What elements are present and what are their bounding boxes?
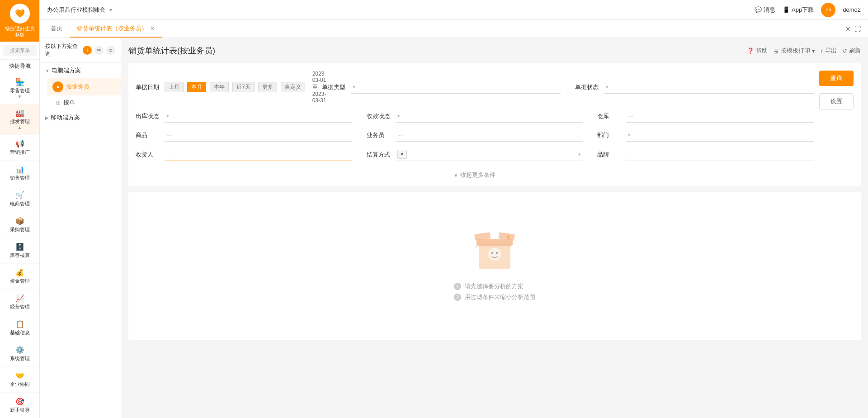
sidebar-item-label: 企业协同	[10, 381, 30, 388]
sidebar-item-label: 采购管理	[10, 226, 30, 233]
settlement-tag-close[interactable]: ×	[401, 151, 404, 157]
add-scheme-btn[interactable]: +	[83, 46, 92, 55]
print-dropdown-icon: ▾	[812, 48, 815, 54]
last-month-btn[interactable]: 上月	[165, 82, 184, 92]
date-label: 单据日期	[136, 83, 161, 91]
tree-item-mobile[interactable]: ▶ 移动端方案	[40, 110, 121, 125]
sidebar-item-retail[interactable]: 🏪 零售管理 ▼	[0, 73, 39, 104]
edit-scheme-btn[interactable]: ✏	[94, 46, 104, 55]
tree-child-by-order[interactable]: ⊞ 按单	[47, 95, 121, 110]
sidebar-item-label: 资金管理	[10, 278, 30, 285]
enterprise-icon: 🤝	[15, 371, 24, 380]
svg-point-6	[488, 248, 501, 261]
sidebar-item-ecommerce[interactable]: 🛒 电商管理	[0, 186, 39, 212]
tab-sales-stat[interactable]: 销货单统计表（按业务员） ✕	[70, 20, 162, 38]
goods-input[interactable]: ···	[165, 129, 352, 142]
doc-type-label: 单据类型	[322, 83, 347, 91]
settlement-tag: ×	[397, 150, 407, 159]
filter-warehouse: 仓库 ···	[597, 110, 814, 123]
tree-item-pc[interactable]: ▼ 电脑端方案	[40, 63, 121, 78]
tab-close-all-btn[interactable]: ✕	[845, 25, 851, 33]
sidebar-item-label: 基础信息	[10, 329, 30, 336]
doc-status-input[interactable]: ▾	[604, 81, 814, 94]
last7-btn[interactable]: 近7天	[232, 82, 255, 92]
app-logo[interactable]: 🧡 畅捷通好生意 标版	[0, 0, 39, 42]
tab-expand-btn[interactable]: ⛶	[854, 25, 861, 33]
help-btn[interactable]: ❓ 帮助	[747, 47, 768, 55]
brand-input[interactable]: ···	[626, 148, 814, 161]
operations-icon: 📈	[15, 294, 24, 303]
doc-type-input[interactable]: ▾	[351, 81, 561, 94]
by-order-scheme-icon: ⊞	[56, 100, 61, 106]
export-label: 导出	[825, 47, 837, 55]
quick-nav-label: 快捷导航	[9, 62, 31, 70]
custom-date-btn[interactable]: 自定义	[281, 82, 305, 92]
sidebar-item-inventory[interactable]: 🗄️ 库存核算	[0, 238, 39, 264]
filter-row-2: 出库状态 ▾ 收款状态 ▾	[136, 110, 814, 123]
sidebar-item-label: 经营管理	[10, 304, 30, 310]
app-name: 畅捷通好生意	[5, 25, 35, 32]
warehouse-label: 仓库	[597, 112, 623, 120]
sidebar-item-enterprise[interactable]: 🤝 企业协同	[0, 367, 39, 393]
refresh-btn[interactable]: ↺ 刷新	[842, 47, 861, 55]
sidebar-item-label: 系统管理	[10, 355, 30, 362]
print-btn[interactable]: 🖨 按模板打印 ▾	[773, 47, 815, 55]
message-label: 消息	[764, 6, 775, 14]
search-menu-btn[interactable]: 搜索菜单	[3, 45, 37, 56]
settings-btn[interactable]: 设置	[819, 93, 854, 109]
sidebar-item-finance[interactable]: 💰 资金管理	[0, 264, 39, 290]
this-month-btn[interactable]: 本月	[187, 82, 206, 92]
topbar: 办公用品行业模拟账套 ▾ 💬 消息 📱 App下载 Ea demo2	[40, 0, 868, 20]
sidebar-item-purchase[interactable]: 📦 采购管理	[0, 212, 39, 238]
collapse-panel-btn[interactable]: «	[106, 46, 115, 55]
settlement-label: 结算方式	[367, 151, 392, 159]
app-subtitle: 标版	[15, 32, 24, 38]
topbar-left: 办公用品行业模拟账套 ▾	[47, 6, 112, 14]
receive-status-input[interactable]: ▾	[396, 110, 583, 123]
collapse-btn[interactable]: ∧ 收起更多条件	[139, 171, 810, 179]
sidebar-item-sales[interactable]: 📊 销售管理	[0, 161, 39, 186]
goods-dots-icon: ···	[166, 132, 171, 138]
tab-home[interactable]: 首页	[43, 20, 70, 38]
staff-input[interactable]: ···	[396, 129, 583, 142]
settlement-input[interactable]: × ▾	[396, 148, 583, 161]
print-icon: 🖨	[773, 48, 779, 54]
more-date-btn[interactable]: 更多	[258, 82, 277, 92]
warehouse-input[interactable]: ···	[626, 110, 814, 123]
logo-icon: 🧡	[10, 4, 30, 24]
filter-out-status: 出库状态 ▾	[136, 110, 352, 123]
this-year-btn[interactable]: 本年	[210, 82, 229, 92]
ecommerce-icon: 🛒	[15, 191, 24, 200]
query-btn[interactable]: 查询	[819, 71, 854, 86]
filter-fields: 单据日期 上月 本月 本年 近7天 更多 自定义 2023-03-01 至 20…	[136, 71, 814, 183]
receive-status-label: 收款状态	[367, 112, 392, 120]
edit-icon: ✏	[97, 47, 101, 53]
company-dropdown-btn[interactable]: ▾	[109, 7, 112, 13]
settlement-dropdown-icon: ▾	[578, 152, 581, 157]
pc-children: ● 按业务员 ⊞ 按单	[40, 78, 121, 110]
dept-input[interactable]: ▾	[626, 129, 814, 142]
date-filter: 上月 本月 本年 近7天 更多 自定义 2023-03-01 至 2023-03…	[165, 71, 326, 104]
export-btn[interactable]: ↑ 导出	[821, 47, 837, 55]
staff-label: 业务员	[367, 131, 392, 139]
user-avatar[interactable]: Ea	[821, 3, 835, 17]
sidebar-item-marketing[interactable]: 📢 营销推广	[0, 135, 39, 161]
filter-section: 单据日期 上月 本月 本年 近7天 更多 自定义 2023-03-01 至 20…	[128, 63, 861, 186]
sidebar-item-wholesale[interactable]: 🏭 批发管理 ▲	[0, 104, 39, 135]
tab-sales-stat-close[interactable]: ✕	[150, 25, 155, 32]
sidebar-item-system[interactable]: ⚙️ 系统管理	[0, 341, 39, 367]
sidebar-item-label: 营销推广	[10, 149, 30, 156]
app-download-btn[interactable]: 📱 App下载	[783, 6, 814, 14]
quick-nav-btn[interactable]: 快捷导航	[0, 60, 39, 73]
sidebar-item-operations[interactable]: 📈 经营管理	[0, 290, 39, 315]
out-status-input[interactable]: ▾	[165, 110, 352, 123]
action-col: 查询 设置	[814, 71, 854, 183]
sidebar-item-basic[interactable]: 📋 基础信息	[0, 315, 39, 341]
sidebar-item-newbie[interactable]: 🎯 新手引导	[0, 393, 39, 418]
collapse-section: ∧ 收起更多条件	[136, 167, 814, 183]
warehouse-dots-icon: ···	[628, 113, 633, 119]
tree-child-by-staff[interactable]: ● 按业务员	[47, 78, 121, 95]
message-btn[interactable]: 💬 消息	[755, 6, 775, 14]
consignee-input[interactable]: ···	[165, 148, 352, 161]
tip2-text: 用过滤条件来缩小分析范围	[465, 293, 535, 301]
